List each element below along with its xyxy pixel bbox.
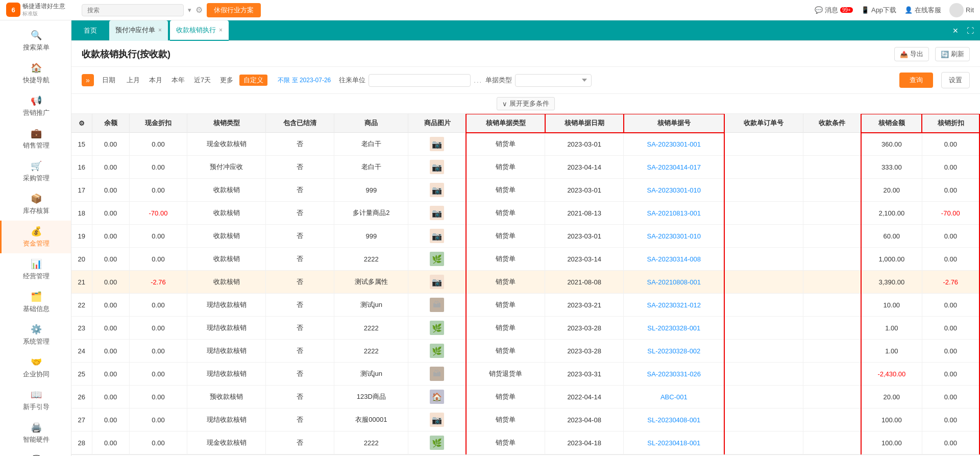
bill-no-link[interactable]: SA-20210813-001: [647, 209, 701, 217]
refresh-button[interactable]: 🔄 刷新: [935, 47, 970, 61]
cell-cancel-discount: 0.00: [922, 340, 979, 363]
date-prev-month-btn[interactable]: 上月: [124, 75, 143, 86]
cell-cancel-type: 收款核销: [187, 248, 266, 271]
cell-cancel-bill-type: 销货单: [466, 179, 545, 202]
bill-type-label: 单据类型: [485, 76, 512, 85]
message-item[interactable]: 💬 消息 99+: [815, 6, 853, 15]
cell-cancel-amount: 1,000.00: [861, 248, 922, 271]
cell-goods-img: 📷: [408, 133, 467, 156]
sysmgmt-icon: ⚙️: [31, 324, 42, 335]
tab-receipt[interactable]: 收款核销执行 ×: [170, 20, 229, 41]
bill-no-link[interactable]: SL-20230328-002: [647, 347, 700, 355]
bill-no-link[interactable]: SL-20230408-001: [647, 416, 700, 424]
bill-no-link[interactable]: SL-20230328-001: [647, 324, 700, 332]
sidebar-item-purchase[interactable]: 🛒 采购管理: [0, 155, 71, 188]
sidebar-item-inventory[interactable]: 📦 库存核算: [0, 188, 71, 221]
table-row: 20 0.00 0.00 收款核销 否 2222 🌿 销货单 2023-03-1…: [71, 248, 979, 271]
cell-id: 24: [71, 340, 92, 363]
query-button[interactable]: 查询: [899, 73, 933, 88]
sidebar-item-quicknav[interactable]: 🏠 快捷导航: [0, 57, 71, 90]
bill-no-link[interactable]: SA-20230321-012: [647, 301, 701, 309]
tab-home-label: 首页: [84, 26, 97, 35]
cell-receipt-order-no: [724, 202, 803, 225]
search-area: ▾ ⚙ 休假行业方案: [82, 3, 811, 17]
logo: 6 畅捷通谱好生意 标准版: [6, 3, 78, 17]
from-unit-input[interactable]: [369, 74, 471, 87]
cell-id: 15: [71, 133, 92, 156]
filter-expand-button[interactable]: »: [82, 74, 94, 86]
date-custom-btn[interactable]: 自定义: [239, 75, 267, 86]
bill-no-link[interactable]: SA-20230301-010: [647, 232, 701, 240]
cell-receipt-order-no: [724, 363, 803, 386]
cell-cancel-bill-no: SA-20230301-010: [624, 179, 725, 202]
tab-maximize-icon[interactable]: ⛶: [965, 26, 976, 36]
sales-icon: 💼: [31, 128, 42, 139]
tab-home[interactable]: 首页: [76, 20, 105, 41]
cell-goods: 123D商品: [334, 386, 408, 409]
online-service-item[interactable]: 👤 在线客服: [904, 6, 941, 15]
tab-prepay-close[interactable]: ×: [158, 27, 162, 34]
sidebar-item-smarthw[interactable]: 🖨️ 智能硬件: [0, 417, 71, 449]
bill-no-link[interactable]: SL-20230418-001: [647, 439, 700, 447]
cell-id: 23: [71, 317, 92, 340]
newbie-icon: 📖: [31, 389, 42, 400]
sidebar-item-sysmgmt[interactable]: ⚙️ 系统管理: [0, 319, 71, 351]
cell-balance: 0.00: [92, 225, 129, 248]
tab-close-all-icon[interactable]: ✕: [950, 26, 961, 36]
cell-cancel-bill-no: SA-20210808-001: [624, 271, 725, 294]
settings-button[interactable]: 设置: [941, 72, 970, 88]
bill-no-link[interactable]: SA-20230301-010: [647, 186, 701, 194]
bill-no-link[interactable]: SA-20230301-001: [647, 140, 701, 148]
bill-type-select[interactable]: [515, 74, 592, 87]
gear-icon[interactable]: ⚙: [195, 5, 203, 15]
cell-cancel-bill-no: SL-20230418-001: [624, 431, 725, 454]
date-more-btn[interactable]: 更多: [217, 75, 236, 86]
cell-goods-img: 📷: [408, 271, 467, 294]
col-cash-discount: 现金折扣: [129, 114, 187, 133]
date-curr-year-btn[interactable]: 本年: [168, 75, 188, 86]
user-item[interactable]: Rit: [949, 3, 974, 17]
export-button[interactable]: 📤 导出: [894, 47, 929, 61]
cell-receipt-condition: [803, 294, 861, 317]
sidebar-item-operations[interactable]: 📊 经营管理: [0, 253, 71, 286]
solution-button[interactable]: 休假行业方案: [207, 3, 261, 17]
search-input[interactable]: [82, 4, 184, 16]
message-badge: 99+: [840, 7, 853, 13]
sidebar-item-basicinfo[interactable]: 🗂️ 基础信息: [0, 286, 71, 319]
tab-bar: 首页 预付冲应付单 × 收款核销执行 × ✕ ⛶: [71, 20, 980, 41]
sidebar-item-newbie[interactable]: 📖 新手引导: [0, 384, 71, 417]
sidebar-item-label: 库存核算: [23, 206, 50, 215]
expand-more-button[interactable]: ∨ 展开更多条件: [497, 97, 555, 110]
sidebar-item-marketing[interactable]: 📢 营销推广: [0, 90, 71, 123]
dropdown-icon[interactable]: ▾: [188, 6, 191, 14]
cell-goods-img: 📷: [408, 202, 467, 225]
col-gear[interactable]: ⚙: [71, 114, 92, 133]
cell-balance: 0.00: [92, 294, 129, 317]
col-cancel-bill-no: 核销单据号: [624, 114, 725, 133]
bill-no-link[interactable]: SA-20230414-017: [647, 163, 701, 171]
sidebar-item-wechat[interactable]: 💬 企业微信: [0, 449, 71, 456]
date-7days-btn[interactable]: 近7天: [191, 75, 214, 86]
table-row: 27 0.00 0.00 现结收款核销 否 衣服00001 📷 销货单 2023…: [71, 409, 979, 431]
app-download-item[interactable]: 📱 App下载: [861, 6, 896, 15]
cell-balance: 0.00: [92, 409, 129, 431]
bill-no-link[interactable]: SA-20210808-001: [647, 278, 701, 286]
table-row: 17 0.00 0.00 收款核销 否 999 📷 销货单 2023-03-01…: [71, 179, 979, 202]
date-curr-month-btn[interactable]: 本月: [146, 75, 165, 86]
tab-receipt-close[interactable]: ×: [219, 27, 223, 34]
sidebar-item-funds[interactable]: 💰 资金管理: [0, 221, 71, 253]
cell-include-settled: 否: [266, 156, 334, 179]
cell-cancel-amount: 1.00: [861, 340, 922, 363]
bill-no-link[interactable]: SA-20230331-026: [647, 370, 701, 378]
sidebar-item-search[interactable]: 🔍 搜索菜单: [0, 25, 71, 57]
cell-cancel-amount: 333.00: [861, 156, 922, 179]
cell-cancel-bill-date: 2023-03-31: [545, 363, 624, 386]
bill-no-link[interactable]: ABC-001: [660, 393, 688, 401]
sidebar-item-sales[interactable]: 💼 销售管理: [0, 123, 71, 155]
cell-id: 22: [71, 294, 92, 317]
cell-cash-discount: 0.00: [129, 156, 187, 179]
bill-no-link[interactable]: SA-20230314-008: [647, 255, 701, 263]
cell-cancel-amount: 1.00: [861, 317, 922, 340]
tab-prepay[interactable]: 预付冲应付单 ×: [109, 20, 168, 41]
sidebar-item-enterprise[interactable]: 🤝 企业协同: [0, 351, 71, 384]
